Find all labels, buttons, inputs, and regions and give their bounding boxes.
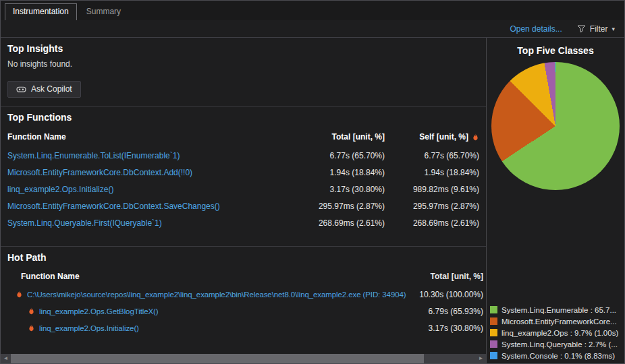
function-link[interactable]: System.Linq.Enumerable.ToList(IEnumerabl…: [7, 151, 283, 160]
function-link[interactable]: linq_example2.Ops.Initialize(): [39, 324, 139, 332]
function-link[interactable]: linq_example2.Ops.Initialize(): [7, 185, 283, 194]
total-value: 1.94s (18.84%): [283, 168, 385, 177]
function-link[interactable]: Microsoft.EntityFrameworkCore.DbContext.…: [7, 168, 283, 177]
filter-dropdown[interactable]: Filter ▾: [577, 24, 615, 34]
toolbar: Open details... Filter ▾: [1, 20, 624, 38]
function-link[interactable]: C:\Users\mikejo\source\repos\linq_exampl…: [27, 291, 406, 299]
table-row[interactable]: System.Linq.Queryable.First(IQueryable`1…: [1, 214, 486, 231]
self-value: 268.69ms (2.61%): [385, 218, 479, 228]
tab-summary[interactable]: Summary: [78, 3, 129, 20]
total-value: 268.69ms (2.61%): [283, 218, 385, 228]
top-functions-title: Top Functions: [1, 107, 486, 127]
legend-item[interactable]: System.Console : 0.1% (8.83ms): [490, 350, 621, 361]
self-value: 6.77s (65.70%): [385, 151, 479, 160]
table-row[interactable]: linq_example2.Ops.Initialize() 3.17s (30…: [1, 320, 486, 336]
top-five-classes-panel: Top Five Classes System.Linq.Enumerable …: [487, 38, 624, 363]
total-value: 295.97ms (2.87%): [283, 202, 385, 211]
top-functions-header: Function Name Total [unit, %] Self [unit…: [1, 127, 486, 147]
hot-path-icon: [16, 290, 23, 299]
legend-label: Microsoft.EntityFrameworkCore...: [501, 317, 617, 326]
open-details-link[interactable]: Open details...: [510, 24, 562, 34]
copilot-icon: [16, 85, 26, 94]
total-value: 6.79s (65.93%): [406, 307, 483, 316]
no-insights-message: No insights found.: [1, 58, 486, 70]
scroll-right-icon[interactable]: ►: [476, 354, 486, 363]
total-value: 3.17s (30.80%): [406, 324, 483, 333]
filter-icon: [577, 24, 586, 33]
legend-label: System.Linq.Enumerable : 65.7...: [501, 306, 616, 314]
flame-icon: [28, 324, 35, 332]
total-value: 6.77s (65.70%): [283, 151, 385, 160]
column-function-name[interactable]: Function Name: [1, 272, 406, 281]
legend-item[interactable]: Microsoft.EntityFrameworkCore...: [490, 315, 621, 327]
legend-item[interactable]: linq_example2.Ops : 9.7% (1.00s): [490, 327, 621, 338]
total-value: 10.30s (100.00%): [406, 290, 483, 299]
top-insights-section: Top Insights No insights found. Ask Copi…: [1, 38, 486, 106]
tab-instrumentation[interactable]: Instrumentation: [5, 3, 77, 20]
legend-label: System.Console : 0.1% (8.83ms): [501, 352, 615, 360]
pie-chart[interactable]: [491, 62, 620, 190]
details-pane: Top Insights No insights found. Ask Copi…: [1, 38, 487, 363]
column-total[interactable]: Total [unit, %]: [406, 272, 483, 281]
legend-label: System.Linq.Queryable : 2.7% (...: [501, 340, 618, 348]
table-row[interactable]: linq_example2.Ops.GetBlogTitleX() 6.79s …: [1, 303, 486, 320]
total-value: 3.17s (30.80%): [283, 185, 385, 194]
horizontal-scrollbar[interactable]: ◄ ►: [1, 354, 486, 363]
self-value: 1.94s (18.84%): [385, 168, 479, 177]
chevron-down-icon: ▾: [612, 26, 615, 32]
hot-path-child: linq_example2.Ops.GetBlogTitleX(): [1, 307, 406, 315]
legend-item[interactable]: System.Linq.Enumerable : 65.7...: [490, 304, 621, 315]
function-link[interactable]: linq_example2.Ops.GetBlogTitleX(): [39, 307, 159, 315]
legend-swatch: [490, 329, 497, 336]
ask-copilot-label: Ask Copilot: [31, 84, 72, 94]
table-row[interactable]: linq_example2.Ops.Initialize() 3.17s (30…: [1, 181, 486, 198]
scroll-left-icon[interactable]: ◄: [1, 354, 11, 363]
ask-copilot-button[interactable]: Ask Copilot: [7, 81, 81, 98]
hot-path-header: Function Name Total [unit, %]: [1, 267, 486, 286]
legend-swatch: [490, 317, 497, 325]
column-self[interactable]: Self [unit, %]: [385, 132, 479, 142]
hot-path-section: Hot Path Function Name Total [unit, %] C…: [1, 246, 486, 343]
hot-path-title: Hot Path: [1, 247, 486, 267]
legend-item[interactable]: System.Linq.Queryable : 2.7% (...: [490, 338, 621, 350]
table-row[interactable]: C:\Users\mikejo\source\repos\linq_exampl…: [1, 286, 486, 303]
table-row[interactable]: System.Linq.Enumerable.ToList(IEnumerabl…: [1, 147, 486, 164]
tab-bar: Instrumentation Summary: [1, 1, 624, 20]
flame-icon: [472, 133, 479, 142]
filter-label: Filter: [590, 24, 608, 34]
hot-path-child: linq_example2.Ops.Initialize(): [1, 324, 406, 332]
self-value: 295.97ms (2.87%): [385, 202, 479, 211]
legend-swatch: [490, 306, 497, 313]
column-function-name[interactable]: Function Name: [7, 132, 283, 142]
scrollbar-thumb[interactable]: [11, 354, 424, 363]
function-link[interactable]: Microsoft.EntityFrameworkCore.DbContext.…: [7, 202, 283, 211]
pie-chart-title: Top Five Classes: [517, 38, 593, 61]
column-self-label: Self [unit, %]: [419, 132, 468, 142]
legend-swatch: [490, 352, 497, 359]
legend-swatch: [490, 340, 497, 348]
flame-icon: [28, 307, 35, 315]
table-row[interactable]: Microsoft.EntityFrameworkCore.DbContext.…: [1, 164, 486, 181]
scrollbar-track[interactable]: [424, 354, 476, 363]
function-link[interactable]: System.Linq.Queryable.First(IQueryable`1…: [7, 218, 283, 228]
top-functions-section: Top Functions Function Name Total [unit,…: [1, 106, 486, 238]
content-area: Top Insights No insights found. Ask Copi…: [1, 38, 624, 363]
self-value: 989.82ms (9.61%): [385, 185, 479, 194]
pie-legend: System.Linq.Enumerable : 65.7... Microso…: [487, 304, 624, 363]
hot-path-root: C:\Users\mikejo\source\repos\linq_exampl…: [1, 290, 406, 299]
table-row[interactable]: Microsoft.EntityFrameworkCore.DbContext.…: [1, 198, 486, 214]
profiler-window: Instrumentation Summary Open details... …: [0, 0, 625, 364]
column-total[interactable]: Total [unit, %]: [283, 132, 385, 142]
legend-label: linq_example2.Ops : 9.7% (1.00s): [501, 329, 618, 337]
top-insights-title: Top Insights: [1, 38, 486, 58]
